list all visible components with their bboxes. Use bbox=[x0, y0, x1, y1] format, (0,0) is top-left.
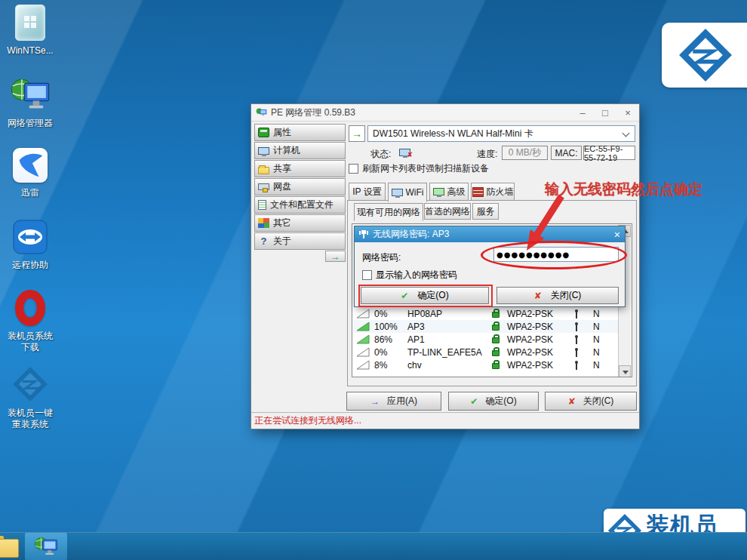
adapter-refresh-button[interactable]: → bbox=[349, 125, 365, 142]
file-icon bbox=[258, 200, 266, 210]
status-label: 状态: bbox=[370, 148, 391, 161]
sidebar-item-label: 关于 bbox=[273, 235, 291, 248]
desktop-icon-label: 下载 bbox=[2, 342, 59, 353]
disconnected-adapter-icon: ✘ bbox=[399, 149, 410, 156]
network-flag: N bbox=[593, 347, 608, 358]
network-row[interactable]: 86% AP1 WPA2-PSK N bbox=[353, 333, 623, 346]
tab-advanced[interactable]: 高级 bbox=[429, 183, 469, 201]
desktop-icon-label: 网络管理器 bbox=[2, 118, 59, 129]
window-titlebar[interactable]: PE 网络管理 0.59.B3 – □ × bbox=[251, 104, 639, 122]
subtab-services[interactable]: 服务 bbox=[472, 203, 499, 220]
purple-arrow-icon: → bbox=[370, 396, 380, 407]
network-row[interactable]: 8% chv WPA2-PSK N bbox=[353, 358, 623, 371]
adapter-dropdown[interactable]: DW1501 Wireless-N WLAN Half-Mini 卡 bbox=[367, 125, 635, 142]
sidebar-item-netdrive[interactable]: 网盘 bbox=[254, 178, 346, 195]
tab-firewall[interactable]: 防火墙 bbox=[471, 183, 515, 201]
antenna-icon bbox=[573, 335, 579, 344]
tab-label: 防火墙 bbox=[487, 186, 514, 198]
zhuangjiyuan-faint-logo-icon bbox=[11, 365, 49, 405]
desktop-icon-remote-assist[interactable]: 远程协助 bbox=[2, 219, 59, 271]
maximize-icon[interactable]: □ bbox=[594, 104, 616, 121]
desktop-icon-network-manager[interactable]: 网络管理器 bbox=[2, 75, 59, 129]
software-box-icon bbox=[15, 5, 45, 41]
lock-icon bbox=[492, 363, 500, 369]
refresh-arrow-icon: → bbox=[352, 128, 362, 140]
desktop-icon-thunder[interactable]: 迅雷 bbox=[2, 148, 59, 198]
taskbar-active-button[interactable] bbox=[25, 533, 67, 560]
dialog-title: 无线网络密码: AP3 bbox=[373, 228, 449, 241]
network-row[interactable]: 0% TP-LINK_EAFE5A WPA2-PSK N bbox=[353, 346, 623, 358]
network-flag: N bbox=[593, 309, 608, 319]
dialog-close-button[interactable]: ✘ 关闭(C) bbox=[496, 287, 619, 304]
antenna-signal-icon bbox=[359, 229, 368, 239]
subtab-preferred-networks[interactable]: 首选的网络 bbox=[424, 203, 471, 220]
minimize-icon[interactable]: – bbox=[571, 104, 594, 121]
sidebar-item-label: 属性 bbox=[273, 126, 291, 139]
lock-icon bbox=[492, 312, 500, 318]
ssid: AP1 bbox=[407, 334, 492, 345]
apply-button[interactable]: → 应用(A) bbox=[346, 392, 441, 411]
desktop-icon-label: 远程协助 bbox=[2, 260, 59, 271]
wifi-monitor-icon bbox=[392, 189, 403, 196]
speed-value: 0 MB/秒 bbox=[502, 146, 548, 160]
lock-icon bbox=[492, 337, 500, 343]
tab-wifi[interactable]: WiFi bbox=[388, 183, 427, 202]
checkbox-icon[interactable] bbox=[362, 270, 372, 280]
sidebar-item-share[interactable]: 共享 bbox=[254, 160, 346, 177]
app-icon bbox=[256, 107, 267, 118]
lock-icon bbox=[492, 325, 500, 331]
green-check-icon: ✔ bbox=[470, 396, 478, 407]
close-button[interactable]: ✘ 关闭(C) bbox=[545, 392, 637, 411]
share-folder-icon bbox=[258, 167, 269, 174]
desktop-icon-winntsetup[interactable]: WinNTSe... bbox=[2, 5, 59, 57]
close-icon[interactable]: × bbox=[616, 104, 639, 121]
wifi-password-dialog: 无线网络密码: AP3 × 网络密码: 显示输入的网络密码 ✔ 确定(O) ✘ … bbox=[355, 226, 625, 306]
dialog-close-icon[interactable]: × bbox=[614, 226, 620, 242]
advanced-icon bbox=[433, 188, 444, 195]
folder-icon[interactable] bbox=[0, 539, 19, 558]
antenna-icon bbox=[573, 361, 579, 370]
security-type: WPA2-PSK bbox=[507, 360, 573, 371]
sidebar-item-other[interactable]: 其它 bbox=[254, 214, 346, 232]
network-monitor-icon bbox=[10, 75, 51, 115]
password-input[interactable] bbox=[493, 247, 619, 262]
ssid: AP3 bbox=[407, 322, 492, 332]
checkbox-icon[interactable] bbox=[349, 164, 358, 174]
checkbox-label: 刷新网卡列表时强制扫描新设备 bbox=[362, 162, 489, 175]
network-row[interactable]: 0% HP08AP WPA2-PSK N bbox=[353, 307, 623, 320]
green-check-icon: ✔ bbox=[401, 291, 408, 301]
dialog-ok-button[interactable]: ✔ 确定(O) bbox=[361, 287, 489, 304]
sidebar-item-about[interactable]: ? 关于 bbox=[254, 232, 346, 250]
signal-strength-icon bbox=[356, 309, 370, 318]
computer-icon bbox=[258, 147, 269, 155]
refresh-scan-checkbox[interactable]: 刷新网卡列表时强制扫描新设备 bbox=[349, 162, 489, 175]
antenna-icon bbox=[573, 322, 579, 331]
ok-button[interactable]: ✔ 确定(O) bbox=[448, 392, 539, 411]
security-type: WPA2-PSK bbox=[507, 334, 573, 345]
sidebar-item-computer[interactable]: 计算机 bbox=[254, 142, 346, 159]
desktop-icon-label: 装机员一键 bbox=[2, 408, 59, 419]
signal-percent: 86% bbox=[374, 334, 407, 345]
desktop-icon-system-download[interactable]: 装机员系统 下载 bbox=[2, 290, 59, 353]
signal-strength-icon bbox=[356, 360, 370, 370]
tab-ip-settings[interactable]: IP 设置 bbox=[349, 183, 386, 201]
collapse-sidebar-button[interactable]: → bbox=[325, 251, 346, 262]
opera-o-icon bbox=[15, 290, 45, 326]
dialog-titlebar[interactable]: 无线网络密码: AP3 × bbox=[355, 226, 625, 242]
subtab-available-networks[interactable]: 现有可用的网络 bbox=[354, 203, 423, 221]
desktop-icon-onekey-reinstall[interactable]: 装机员一键 重装系统 bbox=[2, 365, 59, 430]
signal-percent: 0% bbox=[374, 309, 407, 319]
signal-strength-icon bbox=[356, 334, 370, 344]
desktop: WinNTSe... 网络管理器 迅雷 bbox=[0, 0, 747, 560]
password-label: 网络密码: bbox=[362, 251, 401, 264]
window-statusbar: 正在尝试连接到无线网络... bbox=[251, 412, 639, 428]
sidebar-item-label: 文件和配置文件 bbox=[270, 198, 334, 211]
network-row[interactable]: 100% AP3 WPA2-PSK N bbox=[353, 320, 623, 333]
sidebar-item-properties[interactable]: 属性 bbox=[254, 124, 346, 141]
scroll-down-icon[interactable] bbox=[619, 365, 631, 377]
sidebar-item-files[interactable]: 文件和配置文件 bbox=[254, 196, 346, 214]
show-password-checkbox[interactable]: 显示输入的网络密码 bbox=[362, 269, 457, 282]
signal-percent: 0% bbox=[374, 347, 407, 358]
dialog-close-label: 关闭(C) bbox=[551, 289, 582, 302]
network-card-icon bbox=[258, 128, 269, 137]
